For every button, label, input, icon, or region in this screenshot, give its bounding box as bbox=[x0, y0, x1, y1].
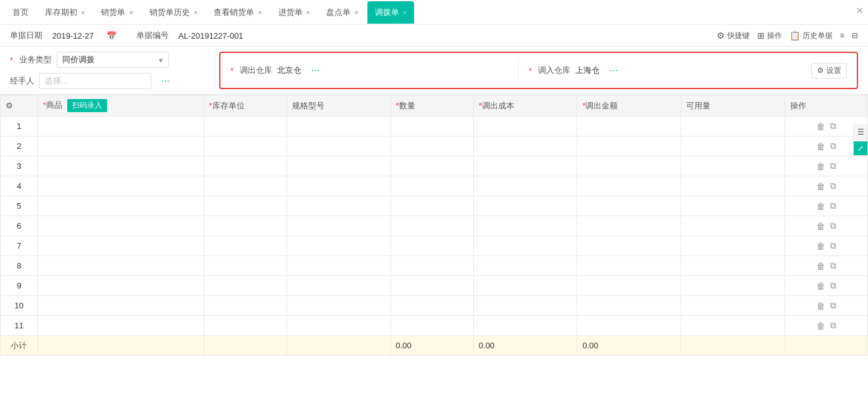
row-5-unit[interactable] bbox=[204, 196, 286, 216]
row-9-unit[interactable] bbox=[204, 276, 286, 296]
copy-row-8-icon[interactable]: ⧉ bbox=[830, 260, 836, 271]
row-1-spec[interactable] bbox=[286, 117, 390, 136]
close-tab-purchase-order[interactable]: × bbox=[306, 9, 310, 16]
row-7-product[interactable] bbox=[37, 236, 204, 256]
row-3-cost[interactable] bbox=[473, 156, 577, 176]
row-5-product[interactable] bbox=[37, 196, 204, 216]
operator-select[interactable]: 选择... bbox=[39, 73, 151, 89]
close-tab-transfer-order[interactable]: × bbox=[403, 9, 407, 16]
row-5-amount[interactable] bbox=[577, 196, 681, 216]
row-10-cost[interactable] bbox=[473, 296, 577, 316]
row-11-product[interactable] bbox=[37, 316, 204, 336]
calendar-icon[interactable]: 📅 bbox=[106, 31, 116, 40]
delete-row-10-icon[interactable]: 🗑 bbox=[816, 301, 825, 311]
row-6-amount[interactable] bbox=[577, 216, 681, 236]
tab-inventory-check[interactable]: 盘点单 × bbox=[319, 1, 366, 24]
tab-sales-history[interactable]: 销货单历史 × bbox=[142, 1, 205, 24]
row-1-amount[interactable] bbox=[577, 117, 681, 136]
row-8-product[interactable] bbox=[37, 256, 204, 276]
delete-row-1-icon[interactable]: 🗑 bbox=[816, 121, 825, 131]
operations-btn[interactable]: ⊞ 操作 bbox=[757, 31, 782, 41]
right-panel-list-btn[interactable]: ☰ bbox=[853, 125, 868, 140]
row-2-qty[interactable] bbox=[390, 136, 473, 156]
col-header-gear[interactable]: ⚙ bbox=[1, 95, 38, 117]
row-10-qty[interactable] bbox=[390, 296, 473, 316]
row-4-amount[interactable] bbox=[577, 176, 681, 196]
row-4-spec[interactable] bbox=[286, 176, 390, 196]
copy-row-11-icon[interactable]: ⧉ bbox=[830, 320, 836, 331]
delete-row-3-icon[interactable]: 🗑 bbox=[816, 161, 825, 171]
row-1-qty[interactable] bbox=[390, 117, 473, 136]
row-11-cost[interactable] bbox=[473, 316, 577, 336]
row-2-product[interactable] bbox=[37, 136, 204, 156]
tab-home[interactable]: 首页 bbox=[5, 1, 36, 24]
row-10-unit[interactable] bbox=[204, 296, 286, 316]
copy-row-10-icon[interactable]: ⧉ bbox=[830, 300, 836, 311]
delete-row-8-icon[interactable]: 🗑 bbox=[816, 261, 825, 271]
settings-button[interactable]: ⚙ 设置 bbox=[811, 63, 847, 79]
window-close-button[interactable]: × bbox=[856, 5, 863, 16]
row-10-amount[interactable] bbox=[577, 296, 681, 316]
scan-entry-button[interactable]: 扫码录入 bbox=[67, 99, 107, 112]
delete-row-5-icon[interactable]: 🗑 bbox=[816, 201, 825, 211]
row-8-cost[interactable] bbox=[473, 256, 577, 276]
row-8-amount[interactable] bbox=[577, 256, 681, 276]
row-3-product[interactable] bbox=[37, 156, 204, 176]
copy-row-4-icon[interactable]: ⧉ bbox=[830, 181, 836, 191]
close-tab-inventory-init[interactable]: × bbox=[81, 9, 85, 16]
delete-row-6-icon[interactable]: 🗑 bbox=[816, 221, 825, 231]
tab-transfer-order[interactable]: 调拨单 × bbox=[367, 1, 414, 24]
row-11-amount[interactable] bbox=[577, 316, 681, 336]
row-7-qty[interactable] bbox=[390, 236, 473, 256]
copy-row-7-icon[interactable]: ⧉ bbox=[830, 240, 836, 251]
copy-row-5-icon[interactable]: ⧉ bbox=[830, 201, 836, 211]
row-10-spec[interactable] bbox=[286, 296, 390, 316]
row-7-unit[interactable] bbox=[204, 236, 286, 256]
close-tab-check-sales[interactable]: × bbox=[258, 9, 262, 16]
delete-row-7-icon[interactable]: 🗑 bbox=[816, 241, 825, 251]
row-2-cost[interactable] bbox=[473, 136, 577, 156]
row-11-qty[interactable] bbox=[390, 316, 473, 336]
row-7-amount[interactable] bbox=[577, 236, 681, 256]
row-1-cost[interactable] bbox=[473, 117, 577, 136]
row-1-unit[interactable] bbox=[204, 117, 286, 136]
row-6-qty[interactable] bbox=[390, 216, 473, 236]
row-2-unit[interactable] bbox=[204, 136, 286, 156]
row-10-product[interactable] bbox=[37, 296, 204, 316]
row-3-unit[interactable] bbox=[204, 156, 286, 176]
row-8-spec[interactable] bbox=[286, 256, 390, 276]
layout-btn-2[interactable]: ⊟ bbox=[852, 31, 858, 40]
row-9-cost[interactable] bbox=[473, 276, 577, 296]
tab-purchase-order[interactable]: 进货单 × bbox=[271, 1, 318, 24]
delete-row-2-icon[interactable]: 🗑 bbox=[816, 141, 825, 151]
row-4-cost[interactable] bbox=[473, 176, 577, 196]
row-2-spec[interactable] bbox=[286, 136, 390, 156]
row-6-cost[interactable] bbox=[473, 216, 577, 236]
close-tab-inventory-check[interactable]: × bbox=[354, 9, 358, 16]
row-9-spec[interactable] bbox=[286, 276, 390, 296]
copy-row-9-icon[interactable]: ⧉ bbox=[830, 280, 836, 291]
transfer-in-more-btn[interactable]: ··· bbox=[610, 65, 618, 76]
right-panel-expand-btn[interactable]: ⤢ bbox=[853, 141, 868, 156]
row-9-amount[interactable] bbox=[577, 276, 681, 296]
row-3-spec[interactable] bbox=[286, 156, 390, 176]
row-9-product[interactable] bbox=[37, 276, 204, 296]
row-6-product[interactable] bbox=[37, 216, 204, 236]
copy-row-6-icon[interactable]: ⧉ bbox=[830, 221, 836, 231]
row-11-unit[interactable] bbox=[204, 316, 286, 336]
row-7-cost[interactable] bbox=[473, 236, 577, 256]
operator-more-btn[interactable]: ··· bbox=[161, 75, 169, 87]
delete-row-4-icon[interactable]: 🗑 bbox=[816, 181, 825, 191]
row-2-amount[interactable] bbox=[577, 136, 681, 156]
business-type-select[interactable]: 同价调拨 ▾ bbox=[57, 52, 169, 68]
row-3-amount[interactable] bbox=[577, 156, 681, 176]
row-5-qty[interactable] bbox=[390, 196, 473, 216]
shortcuts-btn[interactable]: ⚙ 快捷键 bbox=[717, 31, 750, 41]
row-7-spec[interactable] bbox=[286, 236, 390, 256]
row-8-qty[interactable] bbox=[390, 256, 473, 276]
close-tab-sales-history[interactable]: × bbox=[194, 9, 197, 16]
row-6-unit[interactable] bbox=[204, 216, 286, 236]
copy-row-3-icon[interactable]: ⧉ bbox=[830, 161, 836, 171]
row-4-unit[interactable] bbox=[204, 176, 286, 196]
row-9-qty[interactable] bbox=[390, 276, 473, 296]
